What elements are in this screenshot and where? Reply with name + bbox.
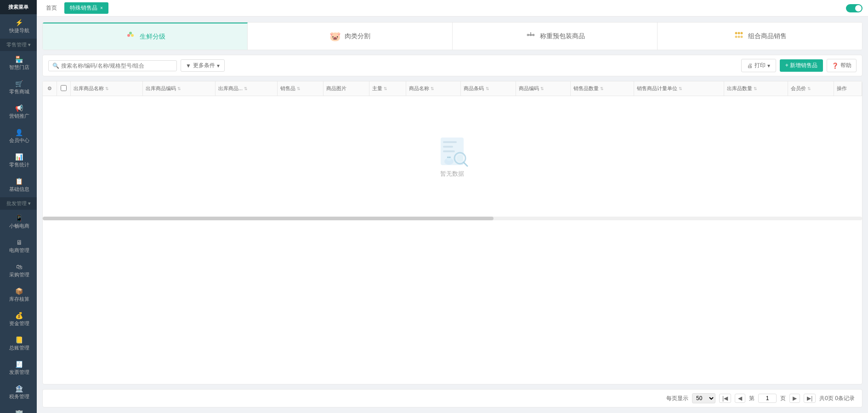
svg-point-0: [127, 34, 130, 37]
sort-arrows5[interactable]: ⇅: [384, 86, 387, 91]
svg-point-19: [457, 155, 463, 161]
sidebar-item-ledger[interactable]: 📒 总账管理: [0, 332, 37, 356]
col-checkbox[interactable]: [57, 81, 70, 96]
horizontal-scrollbar[interactable]: [43, 217, 862, 220]
sidebar-item-quicknav[interactable]: ⚡ 快捷导航: [0, 14, 37, 39]
search-input[interactable]: [61, 63, 171, 69]
sort-arrows10[interactable]: ⇅: [679, 86, 682, 91]
sidebar-item-smart-store[interactable]: 🏪 智慧门店: [0, 51, 37, 75]
stats-label: 零售统计: [9, 161, 29, 168]
cat-tab-weight-prepack[interactable]: 称重预包装商品: [453, 23, 658, 50]
home-tab[interactable]: 首页: [42, 4, 61, 12]
sidebar-item-retail-mall[interactable]: 🛒 零售商城: [0, 75, 37, 100]
print-chevron: ▾: [767, 63, 770, 69]
col-goods-barcode: 商品条码 ⇅: [461, 81, 516, 96]
close-tab-button[interactable]: ×: [100, 6, 103, 11]
page-label2: 页: [780, 395, 786, 402]
empty-state: 暂无数据: [43, 96, 862, 215]
sort-arrows9[interactable]: ⇅: [600, 86, 604, 91]
sort-arrows8[interactable]: ⇅: [540, 86, 544, 91]
topbar-right: [846, 4, 862, 12]
toggle-button[interactable]: [846, 4, 862, 12]
sidebar-item-finance[interactable]: 💰 资金管理: [0, 307, 37, 332]
prev-page-button[interactable]: ◀: [735, 394, 745, 403]
sidebar-item-purchase[interactable]: 🛍 采购管理: [0, 258, 37, 283]
purchase-label: 采购管理: [9, 271, 29, 278]
help-button[interactable]: ❓ 帮助: [827, 59, 857, 72]
sidebar-item-invoice[interactable]: 🧾 发票管理: [0, 356, 37, 380]
empty-illustration: [431, 133, 473, 170]
col-out-qty: 出库品数量 ⇅: [724, 81, 788, 96]
sidebar-section-retail[interactable]: 零售管理 ▾: [0, 39, 37, 51]
sidebar-item-fixed-assets[interactable]: 🏢 固定资产: [0, 405, 37, 413]
new-sales-button[interactable]: + 新增销售品: [780, 59, 823, 72]
promo-icon: 📢: [15, 104, 23, 112]
help-icon: ❓: [832, 63, 839, 69]
settings-icon: ⚙: [47, 86, 52, 91]
col-sale-goods: 销售品 ⇅: [278, 81, 323, 96]
cat-tab-fresh-grade[interactable]: 生鲜分级: [43, 23, 248, 50]
chevron-down-icon: ▾: [28, 42, 31, 48]
invoice-label: 发票管理: [9, 369, 29, 376]
print-button[interactable]: 🖨 打印 ▾: [741, 59, 776, 72]
basic-info-label: 基础信息: [9, 186, 29, 193]
total-label: 共0页 0条记录: [819, 395, 855, 402]
sidebar-item-ecom-mgmt[interactable]: 🖥 电商管理: [0, 234, 37, 258]
print-label: 打印: [755, 62, 766, 69]
sort-arrows2[interactable]: ⇅: [177, 86, 181, 91]
svg-point-24: [449, 157, 451, 158]
page-number-input[interactable]: [758, 394, 777, 403]
sort-arrows4[interactable]: ⇅: [297, 86, 301, 91]
empty-state-cell: 暂无数据: [43, 96, 862, 215]
sort-arrows7[interactable]: ⇅: [486, 86, 489, 91]
purchase-icon: 🛍: [16, 263, 23, 270]
sidebar-item-members[interactable]: 👤 会员中心: [0, 124, 37, 149]
filter-label: 更多条件: [193, 62, 215, 69]
last-page-button[interactable]: ▶|: [804, 394, 816, 403]
sidebar-item-retail-stats[interactable]: 📊 零售统计: [0, 149, 37, 173]
scrollbar-thumb[interactable]: [43, 217, 494, 220]
col-goods-img: 商品图片: [323, 81, 369, 96]
empty-text: 暂无数据: [440, 170, 464, 178]
sidebar-section-wholesale[interactable]: 批发管理 ▾: [0, 197, 37, 210]
filter-button[interactable]: ▼ 更多条件 ▾: [181, 59, 225, 72]
sort-arrows[interactable]: ⇅: [105, 86, 109, 91]
filter-icon: ▼: [186, 63, 191, 69]
sort-arrows6[interactable]: ⇅: [431, 86, 434, 91]
col-settings[interactable]: ⚙: [43, 81, 57, 96]
sidebar-item-inventory[interactable]: 📦 库存核算: [0, 283, 37, 307]
svg-point-9: [738, 32, 740, 34]
col-goods-code: 商品编码 ⇅: [516, 81, 570, 96]
active-tab[interactable]: 特殊销售品 ×: [64, 2, 108, 14]
search-menu-button[interactable]: 搜索菜单: [0, 0, 37, 14]
sort-arrows3[interactable]: ⇅: [244, 86, 248, 91]
svg-point-22: [446, 155, 452, 161]
select-all-checkbox[interactable]: [61, 85, 67, 91]
main-area: 首页 特殊销售品 × 生鲜分级 🐷: [37, 0, 868, 413]
sidebar-item-basic-info[interactable]: 📋 基础信息: [0, 173, 37, 197]
cat-tab-meat-cut[interactable]: 🐷 肉类分割: [248, 23, 453, 50]
col-sale-qty: 销售品数量 ⇅: [570, 81, 634, 96]
sidebar-item-sales-promo[interactable]: 📢 营销推广: [0, 100, 37, 124]
next-page-button[interactable]: ▶: [789, 394, 800, 403]
assets-icon: 🏢: [15, 409, 23, 413]
cat-tab-combo-sales[interactable]: 组合商品销售: [658, 23, 862, 50]
tax-icon: 🏦: [15, 385, 23, 392]
page-size-select[interactable]: 50 10 20 100: [692, 393, 715, 403]
printer-icon: 🖨: [747, 63, 753, 69]
first-page-button[interactable]: |◀: [719, 394, 731, 403]
topbar: 首页 特殊销售品 ×: [37, 0, 868, 17]
sidebar-item-mini-ecom[interactable]: 📱 小畅电商: [0, 210, 37, 234]
retail-label: 零售管理: [6, 41, 27, 48]
ledger-label: 总账管理: [9, 344, 29, 351]
sidebar-item-tax[interactable]: 🏦 税务管理: [0, 380, 37, 405]
toolbar: 🔍 ▼ 更多条件 ▾ 🖨 打印 ▾ + 新增销售品 ❓ 帮助: [42, 55, 862, 76]
weight-prepack-icon: [525, 29, 536, 43]
sort-arrows11[interactable]: ⇅: [754, 86, 757, 91]
svg-point-2: [129, 32, 132, 34]
svg-point-1: [131, 34, 134, 37]
sort-arrows12[interactable]: ⇅: [807, 86, 811, 91]
tax-label: 税务管理: [9, 393, 29, 400]
fresh-grade-label: 生鲜分级: [140, 33, 165, 41]
col-out-spec: 出库商品... ⇅: [215, 81, 277, 96]
